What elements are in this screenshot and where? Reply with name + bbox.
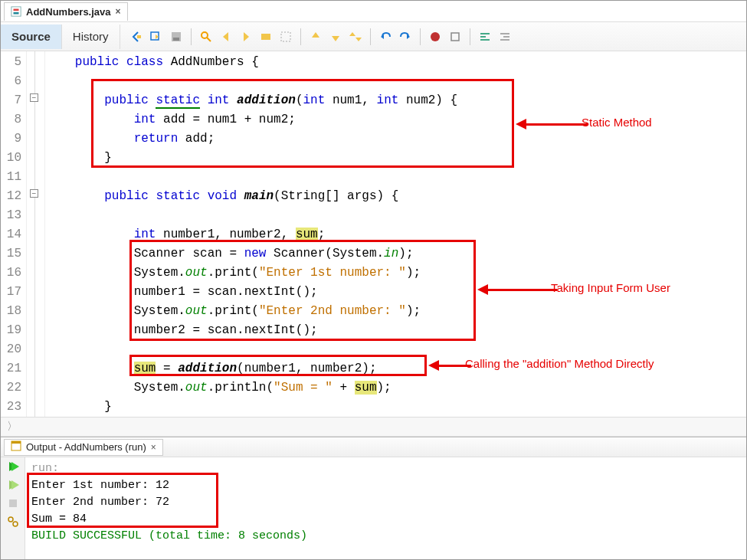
line-num: 6 — [1, 72, 21, 91]
code-line — [45, 168, 746, 187]
fold-toggle[interactable]: − — [30, 93, 38, 102]
code-line: number2 = scan.nextInt(); — [45, 321, 746, 340]
line-number-gutter: 5 6 7 8 9 10 11 12 13 14 15 16 17 18 19 … — [1, 51, 27, 417]
line-num: 10 — [1, 149, 21, 168]
search-icon[interactable] — [198, 28, 215, 45]
record-icon[interactable] — [427, 28, 444, 45]
fold-toggle[interactable]: − — [30, 189, 38, 198]
output-console[interactable]: run: Enter 1st number: 12 Enter 2nd numb… — [25, 457, 746, 559]
code-line: public static void main(String[] args) { — [45, 187, 746, 206]
line-num: 11 — [1, 168, 21, 187]
indent-icon[interactable] — [477, 28, 493, 45]
svg-point-23 — [13, 522, 18, 526]
down-arrow-icon[interactable] — [327, 28, 344, 45]
line-num: 20 — [1, 340, 21, 359]
stop-output-icon[interactable] — [5, 496, 21, 511]
output-tab[interactable]: Output - AddNumbers (run) × — [4, 439, 163, 456]
svg-rect-20 — [11, 441, 21, 444]
nav-fwd-icon[interactable] — [148, 28, 165, 45]
output-tab-bar: Output - AddNumbers (run) × — [1, 437, 746, 457]
editor-toolbar: Source History — [1, 22, 746, 51]
line-num: 23 — [1, 398, 21, 417]
code-line: System.out.print("Enter 2nd number: "); — [45, 302, 746, 321]
line-num: 14 — [1, 225, 21, 244]
stop-icon[interactable] — [447, 28, 464, 45]
file-tab[interactable]: AddNumbers.java × — [4, 2, 128, 21]
output-line: Enter 2nd number: 72 — [31, 494, 740, 511]
redo-icon[interactable] — [397, 28, 414, 45]
annotation-input: Taking Input Form User — [551, 278, 670, 297]
file-tab-bar: AddNumbers.java × — [1, 1, 746, 22]
highlight-icon[interactable] — [257, 28, 274, 45]
tab-history[interactable]: History — [62, 25, 120, 49]
up-arrow-icon[interactable] — [307, 28, 324, 45]
output-line: Sum = 84 — [31, 511, 740, 528]
settings-output-icon[interactable] — [5, 514, 21, 529]
svg-rect-6 — [173, 38, 179, 41]
line-num: 13 — [1, 206, 21, 225]
svg-point-11 — [431, 32, 440, 41]
svg-rect-9 — [261, 34, 270, 40]
code-line — [45, 72, 746, 91]
line-num: 21 — [1, 359, 21, 378]
dedent-icon[interactable] — [496, 28, 513, 45]
code-line: public static int addition(int num1, int… — [45, 91, 746, 110]
line-num: 22 — [1, 378, 21, 398]
svg-rect-0 — [11, 7, 21, 16]
svg-rect-1 — [14, 9, 19, 11]
line-num: 17 — [1, 283, 21, 302]
code-content[interactable]: public class AddNumbers { public static … — [45, 51, 746, 417]
line-num: 9 — [1, 129, 21, 149]
toolbar-icons — [120, 28, 513, 45]
nav-back-icon[interactable] — [128, 28, 145, 45]
svg-line-8 — [207, 38, 211, 41]
rerun-icon[interactable] — [5, 459, 21, 474]
annotation-static-method: Static Method — [582, 113, 652, 132]
output-line: Enter 1st number: 12 — [31, 477, 740, 494]
svg-rect-12 — [451, 33, 459, 41]
close-icon[interactable]: × — [151, 442, 156, 453]
prev-marker-icon[interactable] — [218, 28, 234, 45]
line-num: 15 — [1, 244, 21, 264]
code-editor[interactable]: 5 6 7 8 9 10 11 12 13 14 15 16 17 18 19 … — [1, 51, 746, 417]
sort-icon[interactable] — [347, 28, 364, 45]
line-num: 16 — [1, 264, 21, 283]
output-panel: Output - AddNumbers (run) × run: Enter 1… — [1, 437, 746, 559]
code-line: int number1, number2, sum; — [45, 225, 746, 244]
select-icon[interactable] — [277, 28, 294, 45]
breadcrumb-chevron-icon: 〉 — [7, 420, 18, 434]
output-window-icon — [11, 440, 21, 454]
code-line: System.out.println("Sum = " + sum); — [45, 378, 746, 398]
file-tab-label: AddNumbers.java — [26, 6, 111, 18]
line-num: 18 — [1, 302, 21, 321]
run-icon[interactable] — [5, 477, 21, 493]
svg-rect-2 — [14, 12, 19, 15]
save-icon[interactable] — [168, 28, 185, 45]
code-line: } — [45, 149, 746, 168]
svg-rect-3 — [137, 35, 141, 38]
java-file-icon — [11, 6, 21, 17]
line-num: 19 — [1, 321, 21, 340]
svg-rect-21 — [9, 499, 17, 507]
breadcrumb[interactable]: 〉 — [1, 417, 746, 437]
svg-rect-10 — [281, 32, 290, 41]
code-line: return add; — [45, 129, 746, 149]
annotation-call: Calling the "addition" Method Directly — [465, 354, 746, 373]
output-line: run: — [31, 460, 740, 477]
svg-point-7 — [201, 32, 208, 38]
code-line — [45, 206, 746, 225]
line-num: 8 — [1, 110, 21, 129]
line-num: 12 — [1, 187, 21, 206]
line-num: 5 — [1, 53, 21, 72]
output-tab-label: Output - AddNumbers (run) — [26, 441, 146, 453]
line-num: 7 — [1, 91, 21, 110]
svg-point-22 — [8, 517, 13, 522]
close-icon[interactable]: × — [116, 6, 121, 17]
fold-column: − − — [27, 51, 45, 417]
undo-icon[interactable] — [377, 28, 394, 45]
tab-source[interactable]: Source — [1, 25, 62, 49]
output-toolbar — [1, 457, 25, 559]
code-line: public class AddNumbers { — [45, 53, 746, 72]
output-body: run: Enter 1st number: 12 Enter 2nd numb… — [1, 457, 746, 559]
next-marker-icon[interactable] — [238, 28, 254, 45]
